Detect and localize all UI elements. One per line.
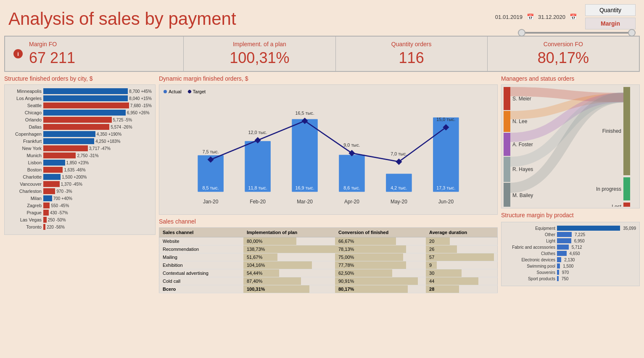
city-bar-track: 5,725 -5% — [43, 117, 152, 123]
manager-bar — [504, 157, 510, 182]
sales-impl-cell: 138,73% — [243, 245, 335, 253]
city-bar-track: 5,574 -26% — [43, 124, 152, 130]
city-bar-text: 700 +40% — [53, 196, 72, 201]
city-bar-track: 430 -57% — [43, 210, 152, 216]
city-bar-track: 700 +40% — [43, 195, 152, 201]
sales-table-header: Average duration — [426, 228, 497, 237]
sales-impl-cell: 54,44% — [243, 269, 335, 277]
kpi-quantity: Quantity orders 116 — [336, 37, 488, 71]
status-bar — [623, 203, 630, 207]
city-bar-fill — [43, 217, 47, 223]
city-bar-track: 4,350 +190% — [43, 131, 152, 137]
city-bar-track: 550 -45% — [43, 203, 152, 208]
city-bar-track: 220 -56% — [43, 224, 152, 230]
manager-name: R. Hayes — [512, 166, 533, 172]
city-bar-row: Boston1,635 -46% — [8, 167, 152, 173]
city-bar-text: 5,574 -26% — [111, 125, 132, 129]
city-bar-text: 1,370 -45% — [61, 182, 82, 187]
city-bar-track: 8,700 +45% — [43, 88, 152, 94]
slider-thumb-right[interactable] — [628, 29, 636, 37]
quantity-button[interactable]: Quantity — [585, 4, 636, 16]
chart-bar-label: 16,9 тыс. — [295, 185, 314, 190]
impl-value: 80,00% — [247, 239, 262, 244]
target-label: 15,0 тыс. — [436, 117, 455, 122]
sales-conv-cell: 77,78% — [335, 261, 426, 269]
target-label: 16,5 тыс. — [295, 111, 314, 116]
kpi-implement: Implement. of a plan 100,31% — [184, 37, 335, 71]
conv-value: 80,17% — [338, 287, 354, 292]
city-bar-fill — [43, 153, 76, 158]
city-bar-track: 1,370 -45% — [43, 181, 152, 187]
city-bar-row: Orlando5,725 -5% — [8, 117, 152, 123]
dynamic-chart: Actual Target 8,5 тыс.11,8 тыс.16,9 тыс.… — [159, 84, 498, 215]
city-bar-row: Las Vegas250 -50% — [8, 217, 152, 223]
impl-value: 54,44% — [247, 271, 262, 276]
calendar-icon-start[interactable]: 📅 — [527, 13, 534, 20]
city-bar-track: 3,717 -47% — [43, 145, 152, 151]
city-bar-row: Seattle7,680 -15% — [8, 103, 152, 108]
city-bar-row: Chicago6,950 +26% — [8, 110, 152, 116]
sales-channel-title: Sales channel — [159, 218, 498, 225]
month-label: Jan-20 — [203, 199, 219, 205]
slider-thumb-left[interactable] — [518, 29, 525, 37]
city-bar-row: Copenhagen4,350 +190% — [8, 131, 152, 137]
sales-impl-cell: 87,40% — [243, 277, 335, 285]
manager-name: M. Bailey — [512, 192, 533, 198]
center-panel: Dynamic margin finished orders, $ Actual… — [159, 75, 498, 293]
product-label: Fabric and accessories — [505, 245, 555, 250]
sales-table-header: Conversion of finished — [335, 228, 426, 237]
product-label: Other — [505, 232, 555, 237]
sales-conv-cell: 90,91% — [335, 277, 426, 285]
date-slider — [518, 32, 636, 34]
legend-actual: Actual — [164, 89, 182, 94]
avg-value: 26 — [429, 247, 434, 252]
target-label: 9,0 тыс. — [343, 142, 360, 147]
city-bar-text: 7,680 -15% — [130, 103, 152, 108]
impl-value: 51,67% — [247, 255, 262, 260]
legend-target-dot — [187, 89, 192, 94]
product-value: 35,099 — [623, 226, 636, 231]
kpi-margin-fo-label: Margin FO — [29, 41, 75, 47]
manager-name: A. Foster — [512, 142, 533, 147]
view-toggle: Quantity Margin — [585, 4, 636, 29]
city-bar-row: Lisbon1,850 +23% — [8, 160, 152, 166]
sales-avg-cell: 57 — [426, 253, 497, 261]
sales-conv-cell: 62,50% — [335, 269, 426, 277]
product-row: Fabric and accessories5,712 — [505, 245, 636, 250]
kpi-row: i Margin FO 67 211 Implement. of a plan … — [4, 36, 640, 72]
manager-bar — [504, 87, 510, 110]
product-row: Souvenirs970 — [505, 270, 636, 275]
city-bar-fill — [43, 88, 128, 94]
product-value: 6,950 — [574, 239, 585, 243]
chart-bar — [292, 119, 318, 192]
calendar-icon-end[interactable]: 📅 — [570, 13, 577, 20]
chart-legend: Actual Target — [164, 89, 493, 94]
sales-table-row: Recommendation 138,73% 78,13% 26 — [159, 245, 498, 253]
city-bar-fill — [43, 195, 52, 201]
legend-target-label: Target — [193, 89, 206, 94]
city-bar-text: 3,717 -47% — [89, 146, 111, 151]
legend-actual-dot — [164, 90, 167, 93]
city-bar-label: Chicago — [8, 110, 42, 115]
sales-table-row: Mailing 51,67% 75,00% 57 — [159, 253, 498, 261]
slider-track[interactable] — [518, 32, 636, 34]
city-bar-fill — [43, 167, 63, 173]
city-bar-label: New York — [8, 146, 42, 151]
status-label: Lost — [612, 204, 621, 207]
city-bar-track: 8,040 +15% — [43, 95, 152, 101]
status-bar — [623, 177, 630, 200]
city-bar-label: Toronto — [8, 224, 42, 229]
info-icon[interactable]: i — [13, 49, 23, 58]
conv-value: 75,00% — [338, 255, 354, 260]
avg-value: 44 — [429, 279, 434, 284]
month-label: Jun-20 — [438, 199, 454, 205]
city-bar-label: Munich — [8, 153, 42, 158]
margin-button[interactable]: Margin — [585, 18, 636, 29]
city-bar-fill — [43, 124, 109, 130]
city-bar-label: Charlotte — [8, 174, 42, 179]
sales-impl-cell: 80,00% — [243, 237, 335, 245]
product-bar-fill — [557, 232, 572, 237]
city-bar-label: Lisbon — [8, 160, 42, 165]
sales-channel-table: Sales channelImplementation of planConve… — [159, 227, 498, 293]
sales-avg-cell: 28 — [426, 285, 497, 293]
